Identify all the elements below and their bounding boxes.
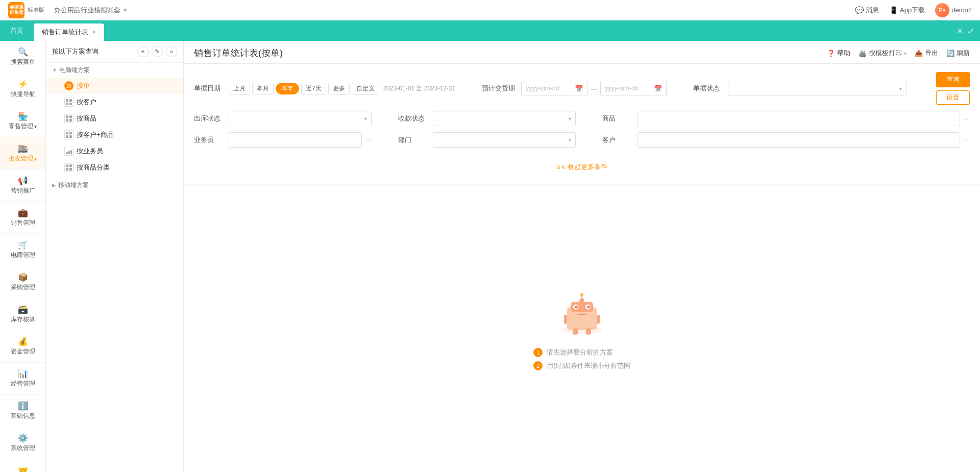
department-select[interactable]: ▾ xyxy=(433,132,576,148)
salesperson-input[interactable] xyxy=(229,132,362,148)
breadcrumb[interactable]: 办公用品行业模拟账套 ▾ xyxy=(54,6,127,15)
window-expand-icon[interactable]: ⤢ xyxy=(967,26,974,36)
tab-bar: 首页 销售订单统计表 × ✕ ⤢ xyxy=(0,20,980,41)
sidebar-item-basic-info[interactable]: ℹ️ 基础信息 xyxy=(0,395,45,427)
filter-row-3: 业务员 ··· 部门 ▾ 客户 xyxy=(194,132,970,148)
print-btn[interactable]: 🖨️ 按模板打印 ▾ xyxy=(859,49,906,58)
triangle-icon: ▼ xyxy=(52,67,57,73)
export-btn[interactable]: 📤 导出 xyxy=(915,49,938,58)
print-arrow-icon: ▾ xyxy=(904,51,906,56)
inventory-icon: 🗃️ xyxy=(0,304,45,314)
sidebar-item-system[interactable]: ⚙️ 系统管理 xyxy=(0,427,45,459)
collapse-btn[interactable]: ∧∧ 收起更多条件 xyxy=(552,158,611,176)
sidebar-item-quick-nav[interactable]: ⚡ 快捷导航 xyxy=(0,73,45,105)
sidebar-item-sales[interactable]: 💼 销售管理 xyxy=(0,202,45,234)
calendar-start-icon: 📅 xyxy=(575,85,583,92)
goods-more-btn[interactable]: ··· xyxy=(964,115,970,123)
sidebar-item-ecommerce[interactable]: 🛒 电商管理 xyxy=(0,234,45,266)
svg-rect-10 xyxy=(573,328,578,335)
forecast-date-end[interactable]: yyyy-mm-dd 📅 xyxy=(600,81,667,96)
date-btn-this-year[interactable]: 本年 xyxy=(276,83,299,95)
message-btn[interactable]: 💬 消息 xyxy=(855,6,879,15)
tree-item-by-salesperson[interactable]: 按业务员 xyxy=(46,143,183,159)
by-order-icon: 按 xyxy=(64,81,74,90)
marketing-icon: 📢 xyxy=(0,176,45,185)
enterprise-icon: 🤝 xyxy=(0,465,45,472)
empty-tips: 1 请先选择要分析的方案 2 用[过滤]条件来缩小分析范围 xyxy=(533,348,630,370)
payment-select[interactable]: ▾ xyxy=(433,111,576,126)
empty-tip-2: 2 用[过滤]条件来缩小分析范围 xyxy=(533,361,630,370)
svg-point-12 xyxy=(579,298,584,303)
empty-illustration xyxy=(551,287,612,338)
help-btn[interactable]: ❓ 帮助 xyxy=(827,49,850,58)
collapse-row: ∧∧ 收起更多条件 xyxy=(194,154,970,176)
user-area[interactable]: Ea demo2 xyxy=(935,3,972,17)
sidebar-item-wholesale[interactable]: 🏬 批发管理 ▴ xyxy=(0,137,45,170)
edit-scheme-btn[interactable]: ✎ xyxy=(152,46,163,57)
svg-rect-7 xyxy=(577,314,587,315)
content-area: 按以下方案查询 + ✎ « ▼ 电脑端方案 按 按单 xyxy=(46,41,980,472)
tab-close-btn[interactable]: × xyxy=(92,23,96,41)
date-btn-last-month[interactable]: 上月 xyxy=(229,83,250,95)
wholesale-icon: 🏬 xyxy=(0,144,45,153)
status-select[interactable]: ▾ xyxy=(728,81,906,96)
add-scheme-btn[interactable]: + xyxy=(137,46,149,57)
window-close-icon[interactable]: ✕ xyxy=(957,26,963,36)
page-header: 销售订单统计表(按单) ❓ 帮助 🖨️ 按模板打印 ▾ 📤 导出 xyxy=(184,41,980,64)
sidebar-item-enterprise[interactable]: 🤝 企业协同 xyxy=(0,459,45,472)
tree-item-by-order[interactable]: 按 按单 xyxy=(46,78,183,94)
sidebar-item-retail[interactable]: 🏪 零售管理 ▾ xyxy=(0,105,45,137)
help-icon: ❓ xyxy=(827,50,835,57)
left-panel-header: 按以下方案查询 + ✎ « xyxy=(46,41,183,63)
collapse-panel-btn[interactable]: « xyxy=(166,46,177,57)
tab-sales-order[interactable]: 销售订单统计表 × xyxy=(34,23,104,41)
date-btn-this-month[interactable]: 本月 xyxy=(252,83,274,95)
delivery-label: 出库状态 xyxy=(194,114,223,123)
operations-icon: 📊 xyxy=(0,369,45,379)
tree-item-by-customer[interactable]: 按客户 xyxy=(46,94,183,110)
tab-home[interactable]: 首页 xyxy=(0,20,34,41)
payment-arrow: ▾ xyxy=(569,116,571,122)
tree-item-by-category[interactable]: 按商品分类 xyxy=(46,159,183,176)
date-btn-last-7-days[interactable]: 近7天 xyxy=(301,83,326,95)
tree-item-by-customer-goods[interactable]: 按客户+商品 xyxy=(46,127,183,143)
sidebar-item-marketing[interactable]: 📢 营销推广 xyxy=(0,170,45,202)
delivery-select[interactable]: ▾ xyxy=(229,111,372,126)
sidebar-item-operations[interactable]: 📊 经营管理 xyxy=(0,363,45,395)
sidebar-item-purchase[interactable]: 📦 采购管理 xyxy=(0,266,45,298)
status-label: 单据状态 xyxy=(693,84,722,93)
left-panel-actions: + ✎ « xyxy=(137,46,177,57)
sidebar-item-inventory[interactable]: 🗃️ 库存核算 xyxy=(0,298,45,331)
salesperson-more-btn[interactable]: ··· xyxy=(366,136,372,144)
app-icon: 📱 xyxy=(889,6,898,14)
forecast-date-start[interactable]: yyyy-mm-dd 📅 xyxy=(521,81,587,96)
svg-point-14 xyxy=(580,293,583,296)
sidebar-item-finance[interactable]: 💰 资金管理 xyxy=(0,331,45,363)
top-bar-right: 💬 消息 📱 App下载 Ea demo2 xyxy=(855,3,972,17)
svg-rect-9 xyxy=(597,315,600,324)
filter-row-1: 单据日期 上月 本月 本年 近7天 更多 自定义 2023-01-01 至 20… xyxy=(194,72,970,105)
tree-item-by-goods[interactable]: 按商品 xyxy=(46,110,183,127)
page-title: 销售订单统计表(按单) xyxy=(194,47,283,59)
settings-btn[interactable]: 设置 xyxy=(936,90,970,105)
sidebar-item-search[interactable]: 🔍 搜索菜单 xyxy=(0,41,45,73)
calendar-end-icon: 📅 xyxy=(654,85,662,92)
date-range-text: 2023-01-01 至 2023-12-31 xyxy=(383,84,455,93)
customer-input[interactable] xyxy=(637,132,960,148)
goods-input[interactable] xyxy=(637,111,960,126)
svg-point-5 xyxy=(575,305,578,308)
page-header-actions: ❓ 帮助 🖨️ 按模板打印 ▾ 📤 导出 🔄 刷新 xyxy=(827,49,970,58)
export-icon: 📤 xyxy=(915,50,923,57)
date-btn-custom[interactable]: 自定义 xyxy=(352,83,379,95)
forecast-date-group: yyyy-mm-dd 📅 — yyyy-mm-dd 📅 xyxy=(521,81,667,96)
customer-more-btn[interactable]: ··· xyxy=(964,136,970,144)
filter-area: 单据日期 上月 本月 本年 近7天 更多 自定义 2023-01-01 至 20… xyxy=(184,64,980,184)
mobile-section-header[interactable]: ▶ 移动端方案 xyxy=(46,178,183,193)
department-label: 部门 xyxy=(398,135,427,145)
refresh-btn[interactable]: 🔄 刷新 xyxy=(946,49,970,58)
by-salesperson-icon xyxy=(64,147,74,156)
app-download-btn[interactable]: 📱 App下载 xyxy=(889,6,925,15)
pc-section-header[interactable]: ▼ 电脑端方案 xyxy=(46,63,183,78)
query-btn[interactable]: 查询 xyxy=(936,72,970,87)
date-btn-more[interactable]: 更多 xyxy=(328,83,350,95)
